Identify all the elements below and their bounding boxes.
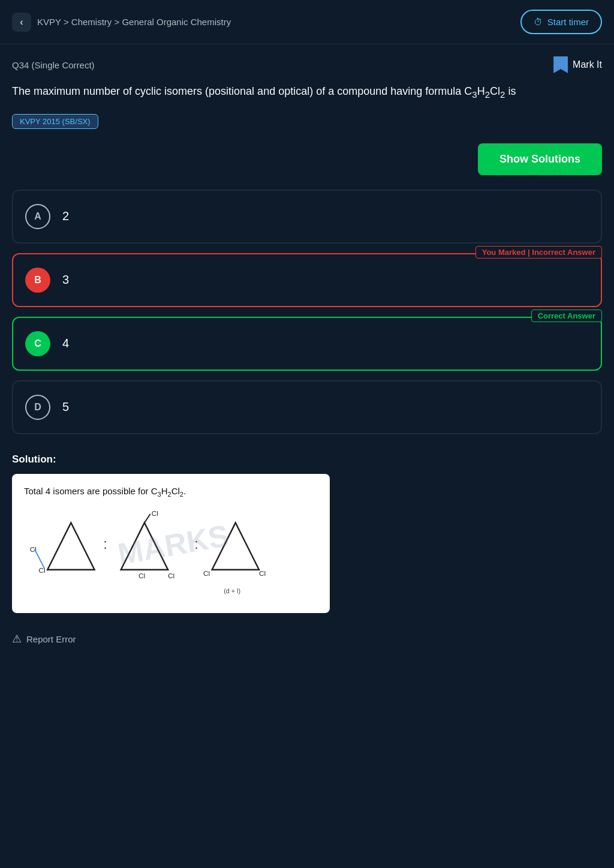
option-b-value: 3 [62, 273, 69, 287]
bookmark-icon [553, 56, 568, 73]
header: ‹ KVPY > Chemistry > General Organic Che… [0, 0, 614, 44]
svg-text::: : [103, 536, 107, 552]
question-type-label: Q34 (Single Correct) [12, 60, 95, 70]
option-a-value: 2 [62, 209, 69, 223]
show-solutions-button[interactable]: Show Solutions [478, 143, 602, 175]
svg-text:MARKS: MARKS [115, 518, 231, 572]
option-c-circle: C [25, 331, 50, 356]
timer-icon: ⏱ [534, 17, 543, 27]
warning-icon: ⚠ [12, 632, 22, 645]
option-c-wrapper: Correct Answer C 4 [12, 317, 602, 371]
option-a-wrapper: A 2 [12, 190, 602, 244]
solution-area: Solution: Total 4 isomers are possible f… [12, 453, 602, 614]
breadcrumb-area: ‹ KVPY > Chemistry > General Organic Che… [12, 13, 231, 32]
tag-area: KVPY 2015 (SB/SX) [12, 114, 602, 129]
option-c-card[interactable]: C 4 [12, 317, 602, 371]
svg-text:Cl: Cl [203, 569, 210, 576]
option-b-circle: B [25, 268, 50, 293]
svg-text:Cl: Cl [139, 572, 145, 579]
svg-text:Cl: Cl [152, 509, 158, 516]
question-meta: Q34 (Single Correct) Mark It [12, 56, 602, 73]
solution-label: Solution: [12, 453, 602, 465]
report-error-label: Report Error [26, 634, 76, 644]
option-a-circle: A [25, 204, 50, 229]
svg-text:Cl: Cl [259, 569, 266, 576]
svg-text:Cl: Cl [168, 572, 174, 579]
svg-marker-0 [47, 522, 94, 569]
option-a-card[interactable]: A 2 [12, 190, 602, 244]
option-d-card[interactable]: D 5 [12, 380, 602, 434]
solution-image-title: Total 4 isomers are possible for C3H2Cl2… [24, 486, 318, 498]
option-b-card[interactable]: B 3 [12, 253, 602, 307]
option-d-value: 5 [62, 400, 69, 414]
option-d-wrapper: D 5 [12, 380, 602, 434]
svg-text:(d + l): (d + l) [224, 587, 240, 594]
question-text: The maximum number of cyclic isomers (po… [12, 83, 602, 102]
content-area: Q34 (Single Correct) Mark It The maximum… [0, 44, 614, 657]
breadcrumb: KVPY > Chemistry > General Organic Chemi… [37, 17, 231, 27]
mark-it-label: Mark It [573, 59, 602, 70]
mark-it-button[interactable]: Mark It [553, 56, 602, 73]
show-solutions-area: Show Solutions [12, 143, 602, 175]
option-c-value: 4 [62, 337, 69, 350]
option-d-circle: D [25, 395, 50, 420]
start-timer-button[interactable]: ⏱ Start timer [520, 10, 602, 34]
option-b-wrapper: You Marked | Incorrect Answer B 3 [12, 253, 602, 307]
back-button[interactable]: ‹ [12, 13, 31, 32]
report-area[interactable]: ⚠ Report Error [12, 632, 602, 645]
incorrect-badge: You Marked | Incorrect Answer [475, 246, 602, 259]
start-timer-label: Start timer [547, 17, 589, 27]
question-tag: KVPY 2015 (SB/SX) [12, 114, 98, 129]
correct-badge: Correct Answer [531, 310, 602, 322]
isomers-diagram: Cl Cl : Cl Cl Cl [24, 505, 318, 599]
solution-image-box: Total 4 isomers are possible for C3H2Cl2… [12, 474, 330, 614]
svg-line-7 [145, 513, 151, 522]
